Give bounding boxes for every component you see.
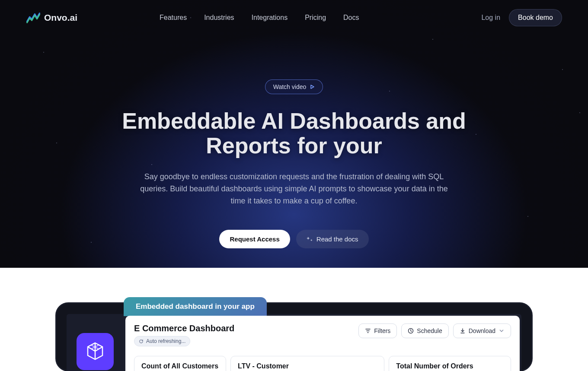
dashboard-buttons: Filters Schedule Download <box>358 323 511 338</box>
top-nav: Onvo.ai Features Industries Integrations… <box>0 0 588 28</box>
brand-logo[interactable]: Onvo.ai <box>26 12 77 24</box>
hero-section: Watch video Embeddable AI Dashboards and… <box>0 28 588 248</box>
read-docs-label: Read the docs <box>316 235 358 243</box>
card-customers[interactable]: Count of All Customers <box>134 356 226 371</box>
nav-features[interactable]: Features <box>160 14 187 22</box>
dashboard-panel: E Commerce Dashboard Auto refreshing... … <box>125 316 520 371</box>
book-demo-button[interactable]: Book demo <box>509 9 562 26</box>
card-orders[interactable]: Total Number of Orders <box>389 356 511 371</box>
nav-right: Log in Book demo <box>481 9 562 26</box>
embed-tab-label: Embedded dashboard in your app <box>124 297 267 316</box>
hero-title-line2: Reports for your <box>206 133 382 158</box>
your-app-logo <box>77 333 114 370</box>
dashboard-header: E Commerce Dashboard Auto refreshing... … <box>134 323 511 346</box>
card-row: Count of All Customers LTV - Customer To… <box>134 356 511 371</box>
sparkle-icon <box>307 236 313 242</box>
card-title: Total Number of Orders <box>396 362 504 370</box>
auto-refresh-badge: Auto refreshing... <box>134 336 190 346</box>
nav-links: Features Industries Integrations Pricing… <box>160 14 359 22</box>
download-button[interactable]: Download <box>453 323 511 338</box>
read-docs-button[interactable]: Read the docs <box>296 230 369 248</box>
refresh-icon <box>139 339 144 344</box>
cube-icon <box>84 341 106 362</box>
logo-icon <box>26 12 41 24</box>
nav-industries[interactable]: Industries <box>204 14 234 22</box>
filters-label: Filters <box>374 327 390 334</box>
clock-icon <box>408 328 414 334</box>
watch-video-label: Watch video <box>273 83 307 90</box>
auto-refresh-label: Auto refreshing... <box>146 338 185 344</box>
dashboard-title-block: E Commerce Dashboard Auto refreshing... <box>134 323 234 346</box>
hero-subtitle: Say goodbye to endless customization req… <box>134 171 454 207</box>
schedule-label: Schedule <box>417 327 442 334</box>
hero-title: Embeddable AI Dashboards and Reports for… <box>0 109 588 158</box>
nav-integrations[interactable]: Integrations <box>252 14 288 22</box>
filters-button[interactable]: Filters <box>358 323 397 338</box>
nav-docs[interactable]: Docs <box>343 14 359 22</box>
dashboard-title: E Commerce Dashboard <box>134 323 234 333</box>
download-label: Download <box>469 327 495 334</box>
filter-icon <box>365 328 371 334</box>
chevron-down-icon <box>499 328 505 334</box>
watch-video-button[interactable]: Watch video <box>265 79 323 94</box>
nav-pricing[interactable]: Pricing <box>305 14 326 22</box>
login-link[interactable]: Log in <box>481 14 500 22</box>
card-title: Count of All Customers <box>141 362 219 370</box>
play-icon <box>310 84 315 89</box>
hero-title-line1: Embeddable AI Dashboards and <box>122 108 466 133</box>
request-access-button[interactable]: Request Access <box>219 230 290 248</box>
app-sidebar <box>67 314 124 371</box>
hero-cta-row: Request Access Read the docs <box>0 230 588 248</box>
card-title: LTV - Customer <box>238 362 377 370</box>
download-icon <box>460 328 466 334</box>
schedule-button[interactable]: Schedule <box>401 323 448 338</box>
brand-name: Onvo.ai <box>44 13 77 23</box>
card-ltv[interactable]: LTV - Customer <box>230 356 384 371</box>
